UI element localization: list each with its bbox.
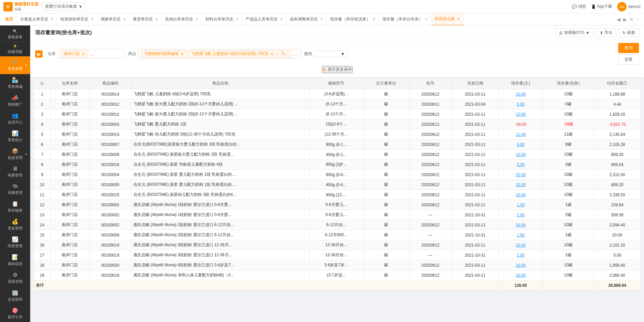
sidebar-item-ops-mgmt[interactable]: 📈 经营管理 [0, 233, 30, 251]
product-tag-2: 飞鹤星飞帆 儿童奶粉 4段(3-6岁适用) 700克 ✕ [188, 50, 276, 58]
cell-qty-main[interactable]: 11.00 [499, 129, 543, 140]
sidebar-item-inventory[interactable]: 📋 库存核算 [0, 198, 30, 216]
tab-qi-ta-chu[interactable]: 其他出库单历史 ✕ [162, 13, 202, 25]
tab-chan-pin[interactable]: 产成品入库单历史 ✕ [242, 13, 286, 25]
cell-qty-main[interactable]: 9.00 [499, 140, 543, 150]
tab-fen-pan[interactable]: 分量盘点单历史 ✕ [17, 13, 57, 25]
account-dropdown[interactable]: 母婴行业演示账套 ▼ [42, 2, 86, 11]
tab-xian-cun-zhuang[interactable]: 现存量（库存状况表） ✕ [327, 13, 379, 25]
tab-diao-bo[interactable]: 调拨单历史 ✕ [97, 13, 129, 25]
sidebar-item-enterprise[interactable]: 🏢 企业协同 [0, 287, 30, 305]
tab-cheng-ben[interactable]: 成本调整单历史 ✕ [286, 13, 327, 25]
cell-qty-main[interactable]: 1.00 [499, 200, 543, 210]
tab-more-button[interactable]: ⋯ [635, 17, 642, 22]
product-tag-2-close[interactable]: ✕ [270, 52, 273, 56]
cell-spec: 6-12月900... [309, 230, 363, 240]
sidebar-item-purchase-mgmt[interactable]: 🛍 采购管理 [0, 180, 30, 198]
tab-pi-ci[interactable]: 库存批次账 ✕ [431, 13, 464, 25]
cell-qty-main[interactable]: 1.00 [499, 250, 543, 260]
sidebar-item-finance-mgmt[interactable]: 💰 资金管理 [0, 216, 30, 233]
cell-spec: 0-6月婴儿... [309, 210, 363, 220]
expand-conditions-button[interactable]: ⊞ 展开更多条件 [322, 66, 353, 73]
print-button[interactable]: 🖨 按模板打印 ▼ [555, 28, 593, 37]
product-input[interactable]: 飞鹤奶粉3段两罐装 ✕ 飞鹤星飞帆 儿童奶粉 4段(3-6岁适用) 700克 ✕… [138, 49, 301, 59]
cell-balance: 665.04 [594, 160, 640, 170]
table-wrap: ⚙ 仓库名称 商品编码 商品名称 规格型号 主计量单位 批号 失效日期 现存量(… [30, 77, 644, 322]
cell-qty-main[interactable]: 1.00 [499, 230, 543, 240]
export-button[interactable]: ⬇ 导出 [596, 28, 616, 37]
cell-qty-main[interactable]: 2.00 [499, 210, 543, 220]
sidebar-item-retail-shop[interactable]: 🏪 零售商城 [0, 74, 30, 92]
cell-qty-main[interactable]: 10.00 [499, 260, 543, 270]
inventory-table: ⚙ 仓库名称 商品编码 商品名称 规格型号 主计量单位 批号 失效日期 现存量(… [34, 77, 641, 290]
cell-qty-main[interactable]: 10.00 [499, 190, 543, 200]
user-section[interactable]: Ea demo2 [617, 2, 641, 11]
sidebar-item-base-info[interactable]: 📝 基础信息 [0, 251, 30, 269]
tab-close-icon[interactable]: ✕ [320, 17, 323, 21]
sidebar-item-ecom-mgmt[interactable]: 🖥 电商管理 [0, 163, 30, 180]
cell-qty-main[interactable]: 10.00 [499, 180, 543, 190]
color-dropdown[interactable]: ▼ [314, 51, 348, 57]
tab-close-icon[interactable]: ✕ [91, 17, 94, 21]
cell-qty-main[interactable]: 10.00 [499, 109, 543, 119]
cell-balance: 2,339.20 [594, 190, 640, 200]
tab-close-icon[interactable]: ✕ [373, 17, 375, 21]
sidebar-item-new-guide[interactable]: 🎯 新手引导 [0, 305, 30, 322]
tab-xian-cun-fen[interactable]: 现存量（库存分布表） ✕ [379, 13, 431, 25]
tab-cai-liao[interactable]: 材料出库单历史 ✕ [202, 13, 242, 25]
tab-yao-huo[interactable]: 要货单历史 ✕ [129, 13, 162, 25]
tab-close-all-button[interactable]: ✕ [628, 17, 635, 22]
cell-qty-main[interactable]: 10.00 [499, 89, 543, 99]
cell-code: 00100007 [89, 140, 131, 150]
refresh-button[interactable]: ↻ 刷新 [619, 28, 639, 37]
tab-close-icon[interactable]: ✕ [51, 17, 53, 21]
query-button[interactable]: 查询 [618, 43, 639, 53]
cell-qty-main[interactable]: 10.00 [499, 150, 543, 160]
message-button[interactable]: 💬 消息 [572, 4, 586, 9]
cell-qty-main[interactable]: 10.00 [499, 240, 543, 250]
sidebar-item-sys-mgmt[interactable]: ⚙ 系统管理 [0, 269, 30, 287]
cell-qty-main[interactable]: 10.00 [499, 270, 543, 280]
cell-qty-main[interactable]: 0.00 [499, 99, 543, 109]
sidebar-search[interactable]: 🔍 搜索菜单 [0, 27, 30, 42]
tab-next-button[interactable]: ▶ [622, 17, 628, 22]
cell-qty-pkg: 10罐 [543, 170, 594, 180]
set-button[interactable]: 设置 [618, 54, 639, 65]
tab-close-icon[interactable]: ✕ [236, 17, 238, 21]
cell-qty-main[interactable]: 10.00 [499, 170, 543, 180]
tab-home[interactable]: 首页 [2, 13, 17, 25]
cell-warehouse: 南岸门店 [50, 180, 89, 190]
sidebar-quick-nav[interactable]: ⚡ 快捷导航 [0, 42, 30, 56]
warehouse-more[interactable]: … [89, 51, 95, 57]
sidebar-item-retail-stats[interactable]: 📊 零售统计 [0, 127, 30, 145]
table-row: 5 南岸门店 00100013 飞鹤星飞帆 幼儿配方奶粉 3段(12-36个月幼… [34, 129, 641, 140]
tab-close-icon[interactable]: ✕ [123, 17, 126, 21]
cell-balance: 0.00 [594, 250, 640, 260]
sidebar-item-batch-mgmt[interactable]: 📦 批发管理 [0, 145, 30, 163]
cell-qty-main[interactable]: 10.00 [499, 220, 543, 230]
product-tag-1-close[interactable]: ✕ [180, 52, 184, 56]
cell-batch: — [409, 230, 451, 240]
cell-spec: (12-36个月... [309, 129, 363, 140]
tab-prev-button[interactable]: ◀ [615, 17, 622, 22]
th-settings[interactable]: ⚙ [34, 78, 51, 89]
tab-zu-chai[interactable]: 组装拆卸单历史 ✕ [57, 13, 97, 25]
tab-close-icon[interactable]: ✕ [280, 17, 283, 21]
sidebar-item-member-center[interactable]: 👥 会员中心 [0, 110, 30, 127]
product-more[interactable]: … [292, 51, 298, 57]
tab-close-icon[interactable]: ✕ [457, 17, 460, 21]
warehouse-tag-close[interactable]: ✕ [82, 52, 85, 56]
app-download-button[interactable]: 📱 App下载 [591, 4, 612, 9]
tab-close-icon[interactable]: ✕ [155, 17, 158, 21]
logo-sub: 标题 [14, 7, 39, 12]
warehouse-input[interactable]: 南岸门店 ✕ … [58, 49, 125, 59]
sidebar-item-retail-mgmt[interactable]: 🛒 零售管理 [0, 56, 30, 74]
cell-qty-main[interactable]: -39.00 [499, 119, 543, 129]
tab-close-icon[interactable]: ✕ [196, 17, 198, 21]
cell-qty-main[interactable]: 3.00 [499, 160, 543, 170]
tab-close-icon[interactable]: ✕ [425, 17, 428, 21]
column-settings-icon[interactable]: ⚙ [40, 81, 44, 86]
filter-collapse-button[interactable]: ▶ [35, 50, 43, 58]
cell-code: 00100005 [89, 180, 131, 190]
sidebar-item-marketing[interactable]: 📣 营销推广 [0, 92, 30, 110]
